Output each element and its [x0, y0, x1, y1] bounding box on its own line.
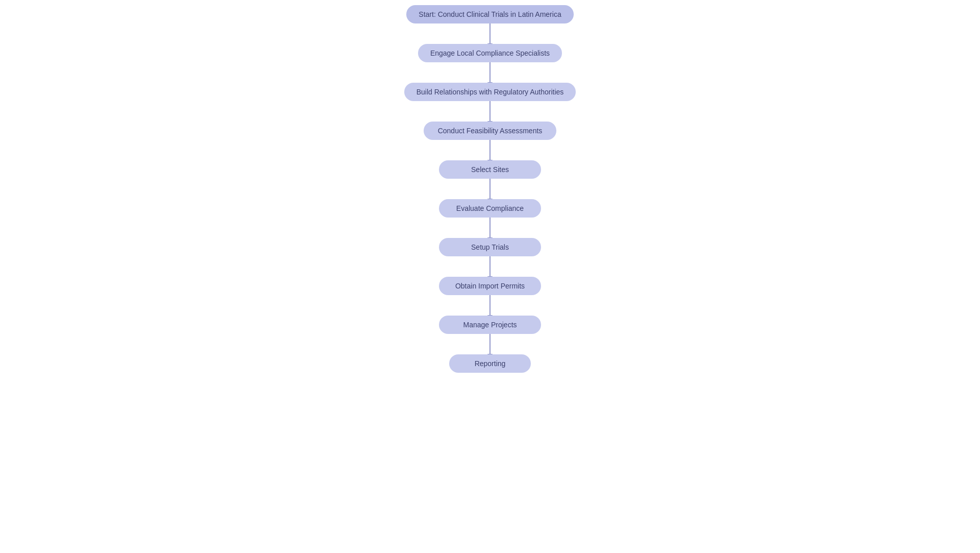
node-engage-label: Engage Local Compliance Specialists — [430, 49, 550, 57]
node-conduct-label: Conduct Feasibility Assessments — [438, 127, 543, 135]
connector-3 — [489, 101, 491, 122]
node-start-label: Start: Conduct Clinical Trials in Latin … — [419, 10, 561, 18]
node-setup: Setup Trials — [439, 238, 541, 256]
connector-7 — [489, 256, 491, 277]
connector-1 — [489, 23, 491, 44]
node-start: Start: Conduct Clinical Trials in Latin … — [406, 5, 573, 23]
connector-8 — [489, 295, 491, 316]
node-evaluate: Evaluate Compliance — [439, 199, 541, 218]
node-obtain-label: Obtain Import Permits — [455, 282, 525, 290]
connector-4 — [489, 140, 491, 160]
node-conduct: Conduct Feasibility Assessments — [424, 122, 556, 140]
node-select-label: Select Sites — [471, 165, 509, 174]
node-reporting-label: Reporting — [475, 359, 506, 368]
flowchart: Start: Conduct Clinical Trials in Latin … — [0, 0, 980, 373]
connector-6 — [489, 218, 491, 238]
node-reporting: Reporting — [449, 354, 531, 373]
node-build-label: Build Relationships with Regulatory Auth… — [416, 88, 564, 96]
connector-2 — [489, 62, 491, 83]
node-build: Build Relationships with Regulatory Auth… — [404, 83, 576, 101]
node-evaluate-label: Evaluate Compliance — [456, 204, 524, 212]
node-engage: Engage Local Compliance Specialists — [418, 44, 562, 62]
node-select: Select Sites — [439, 160, 541, 179]
connector-9 — [489, 334, 491, 354]
node-obtain: Obtain Import Permits — [439, 277, 541, 295]
node-manage-label: Manage Projects — [463, 321, 517, 329]
node-manage: Manage Projects — [439, 316, 541, 334]
connector-5 — [489, 179, 491, 199]
node-setup-label: Setup Trials — [471, 243, 509, 251]
